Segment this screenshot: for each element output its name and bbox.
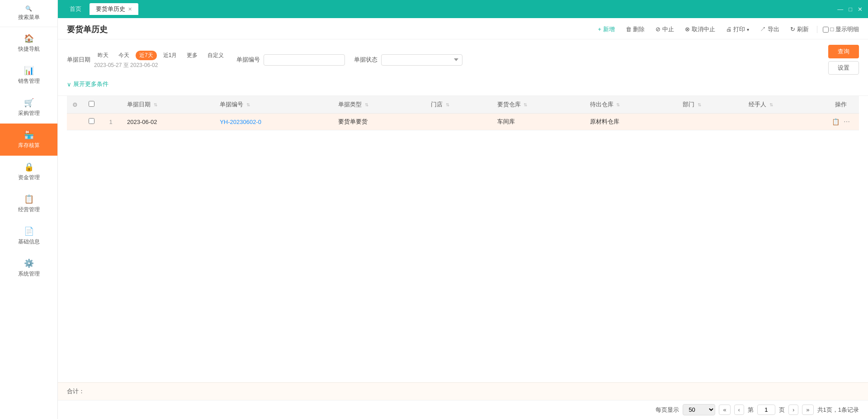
minimize-button[interactable]: —: [837, 6, 843, 13]
pending-warehouse-column-header[interactable]: 待出仓库 ⇅: [585, 96, 677, 114]
sidebar-item-label: 销售管理: [18, 77, 40, 85]
print-dropdown-icon[interactable]: ▾: [747, 27, 749, 32]
shortcut-7days[interactable]: 近7天: [136, 51, 157, 60]
last-page-button[interactable]: »: [802, 405, 813, 415]
doctype-column-header[interactable]: 单据类型 ⇅: [333, 96, 425, 114]
toolbar-divider: [817, 26, 817, 33]
delete-button[interactable]: 🗑 删除: [623, 24, 648, 35]
footer-total-label: 合计：: [67, 387, 85, 395]
doctype-sort-icon[interactable]: ⇅: [365, 102, 368, 107]
row-checkbox[interactable]: [89, 118, 94, 124]
row-operation-cell: 📋 ⋯: [823, 114, 859, 130]
doc-number-link[interactable]: YH-20230602-0: [220, 119, 261, 125]
dept-column-header[interactable]: 部门 ⇅: [677, 96, 743, 114]
print-button[interactable]: 🖨 打印 ▾: [723, 24, 752, 35]
data-table: ⚙ 单据日期 ⇅ 单据编号 ⇅: [67, 96, 859, 130]
handler-column-header[interactable]: 经手人 ⇅: [743, 96, 823, 114]
sidebar-item-system[interactable]: ⚙️ 系统管理: [0, 252, 57, 284]
display-detail-button[interactable]: □ 显示明细: [823, 25, 859, 33]
sidebar-item-operations[interactable]: 📋 经营管理: [0, 188, 57, 220]
select-all-checkbox[interactable]: [89, 101, 94, 107]
doc-status-select[interactable]: [381, 54, 462, 66]
date-shortcuts: 昨天 今天 近7天 近1月 更多 自定义: [94, 51, 227, 60]
row-edit-icon[interactable]: 📋: [832, 118, 840, 125]
prev-page-button[interactable]: ‹: [734, 405, 744, 415]
query-button[interactable]: 查询: [828, 45, 859, 58]
docno-column-header[interactable]: 单据编号 ⇅: [214, 96, 333, 114]
first-page-button[interactable]: «: [719, 405, 730, 415]
pending-warehouse-sort-icon[interactable]: ⇅: [616, 102, 620, 107]
table-container: ⚙ 单据日期 ⇅ 单据编号 ⇅: [58, 96, 868, 382]
cancel-stop-button-label: ⊗ 取消中止: [685, 25, 715, 33]
page-label: 第: [748, 406, 754, 414]
total-info: 共1页，1条记录: [817, 406, 859, 414]
docno-sort-icon[interactable]: ⇅: [246, 102, 250, 107]
sidebar-item-label: 经营管理: [18, 206, 40, 214]
dept-sort-icon[interactable]: ⇅: [698, 102, 701, 107]
tab-order-history[interactable]: 要货单历史 ✕: [90, 3, 138, 15]
filter-second-row: ∨ 展开更多条件: [67, 78, 859, 90]
operations-icon: 📋: [24, 194, 34, 204]
row-dept-cell: [677, 114, 743, 130]
sidebar-item-purchase[interactable]: 🛒 采购管理: [0, 91, 57, 124]
tab-close-icon[interactable]: ✕: [128, 6, 132, 12]
shortcut-today[interactable]: 今天: [115, 51, 133, 60]
refresh-button[interactable]: ↻ 刷新: [788, 24, 811, 35]
store-sort-icon[interactable]: ⇅: [446, 102, 449, 107]
home-icon: 🏠: [24, 33, 34, 43]
sidebar-search[interactable]: 🔍 搜索菜单: [0, 0, 57, 27]
display-detail-checkbox[interactable]: [823, 27, 829, 33]
shortcut-yesterday[interactable]: 昨天: [94, 51, 112, 60]
sidebar-item-label: 快捷导航: [18, 45, 40, 53]
page-suffix: 页: [779, 406, 785, 414]
sidebar-item-finance[interactable]: 🔒 资金管理: [0, 156, 57, 188]
store-col-label: 门店: [431, 101, 443, 108]
sidebar-item-inventory[interactable]: 🏪 库存核算: [0, 124, 57, 156]
handler-sort-icon[interactable]: ⇅: [769, 102, 773, 107]
expand-conditions-button[interactable]: ∨ 展开更多条件: [67, 78, 108, 90]
new-button[interactable]: + 新增: [595, 24, 618, 35]
date-column-header[interactable]: 单据日期 ⇅: [122, 96, 214, 114]
delete-button-label: 🗑 删除: [626, 25, 645, 33]
row-more-icon[interactable]: ⋯: [844, 118, 850, 125]
filter-settings-button[interactable]: 设置: [828, 61, 859, 75]
close-button[interactable]: ✕: [858, 6, 863, 13]
cancel-stop-button[interactable]: ⊗ 取消中止: [682, 24, 718, 35]
handler-col-label: 经手人: [749, 101, 766, 108]
doc-number-input[interactable]: [264, 54, 345, 66]
sidebar-item-basic[interactable]: 📄 基础信息: [0, 220, 57, 252]
table-footer: 合计：: [58, 382, 868, 400]
num-column-header: [100, 96, 122, 114]
sidebar-item-sales[interactable]: 📊 销售管理: [0, 59, 57, 91]
store-column-header[interactable]: 门店 ⇅: [425, 96, 491, 114]
date-sort-icon[interactable]: ⇅: [154, 102, 157, 107]
stop-button[interactable]: ⊘ 中止: [653, 24, 677, 35]
date-col-label: 单据日期: [127, 101, 151, 108]
export-button[interactable]: ↗ 导出: [757, 24, 782, 35]
system-icon: ⚙️: [24, 258, 34, 268]
search-icon: 🔍: [25, 5, 32, 12]
display-detail-label: □ 显示明细: [830, 25, 859, 33]
checkbox-column-header: [83, 96, 100, 114]
purchase-icon: 🛒: [24, 98, 34, 108]
shortcut-custom[interactable]: 自定义: [204, 51, 227, 60]
maximize-button[interactable]: □: [849, 6, 852, 13]
sidebar: 🔍 搜索菜单 🏠 快捷导航 📊 销售管理 🛒 采购管理 🏪 库存核算 🔒 资金管…: [0, 0, 58, 419]
row-checkbox-cell[interactable]: [83, 114, 100, 130]
tab-home[interactable]: 首页: [63, 3, 88, 15]
page-title: 要货单历史: [67, 24, 108, 35]
req-warehouse-sort-icon[interactable]: ⇅: [524, 102, 527, 107]
page-size-select[interactable]: 50 20 100 200: [683, 404, 715, 415]
pending-warehouse-col-label: 待出仓库: [590, 101, 613, 108]
req-warehouse-column-header[interactable]: 要货仓库 ⇅: [492, 96, 585, 114]
shortcut-more[interactable]: 更多: [183, 51, 201, 60]
settings-column-header[interactable]: ⚙: [67, 96, 83, 114]
next-page-button[interactable]: ›: [788, 405, 798, 415]
page-number-input[interactable]: [757, 405, 775, 415]
row-docno-cell[interactable]: YH-20230602-0: [214, 114, 333, 130]
row-date-cell: 2023-06-02: [122, 114, 214, 130]
sidebar-item-quick-nav[interactable]: 🏠 快捷导航: [0, 27, 57, 59]
sidebar-item-label: 资金管理: [18, 174, 40, 181]
filter-actions: 查询 设置: [828, 45, 859, 75]
shortcut-1month[interactable]: 近1月: [160, 51, 181, 60]
